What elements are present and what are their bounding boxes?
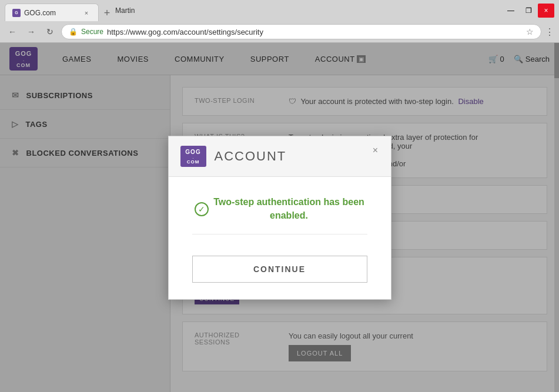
- modal-logo: GOG . COM: [180, 146, 206, 167]
- browser-tab[interactable]: G GOG.com ×: [5, 4, 99, 21]
- address-input[interactable]: 🔒 Secure https://www.gog.com/account/set…: [61, 24, 541, 39]
- gog-site: GOG . COM GAMES MOVIES COMMUNITY SUPPORT…: [0, 43, 559, 392]
- modal-logo-bottom: COM: [187, 159, 200, 165]
- address-text: https://www.gog.com/account/settings/sec…: [107, 28, 523, 36]
- minimize-button[interactable]: —: [503, 4, 519, 18]
- modal-footer: CONTINUE: [169, 256, 391, 299]
- modal-overlay: GOG . COM ACCOUNT × ✓ Two-step authentic…: [0, 43, 559, 392]
- modal-logo-top: GOG: [185, 149, 200, 155]
- modal-title: ACCOUNT: [215, 149, 287, 164]
- tab-title: GOG.com: [24, 9, 78, 17]
- back-button[interactable]: ←: [5, 24, 20, 39]
- tab-close-btn[interactable]: ×: [82, 8, 91, 18]
- tab-area: G GOG.com × +: [5, 0, 115, 21]
- window-controls: — ❐ ×: [503, 4, 554, 18]
- success-row: ✓ Two-step authentication has beenenable…: [195, 196, 364, 222]
- close-button[interactable]: ×: [538, 4, 554, 18]
- modal-header: GOG . COM ACCOUNT ×: [169, 136, 391, 177]
- modal-divider: [192, 234, 367, 234]
- continue-button[interactable]: CONTINUE: [192, 256, 367, 283]
- secure-icon: 🔒: [69, 28, 78, 36]
- maximize-button[interactable]: ❐: [520, 4, 537, 18]
- tab-favicon: G: [12, 9, 21, 17]
- bookmark-icon[interactable]: ☆: [526, 27, 534, 36]
- secure-label: Secure: [81, 28, 103, 36]
- browser-chrome: G GOG.com × + Martin — ❐ × ← → ↻ 🔒 Secur…: [0, 0, 559, 43]
- modal-dialog: GOG . COM ACCOUNT × ✓ Two-step authentic…: [168, 136, 391, 300]
- title-bar: G GOG.com × + Martin — ❐ ×: [0, 0, 559, 21]
- address-bar: ← → ↻ 🔒 Secure https://www.gog.com/accou…: [0, 21, 559, 42]
- modal-close-button[interactable]: ×: [369, 143, 383, 158]
- refresh-button[interactable]: ↻: [42, 24, 58, 39]
- success-icon: ✓: [195, 202, 209, 216]
- success-message: Two-step authentication has beenenabled.: [213, 196, 364, 222]
- new-tab-button[interactable]: +: [99, 5, 115, 21]
- forward-button[interactable]: →: [24, 24, 39, 39]
- user-label: Martin: [115, 6, 135, 15]
- browser-menu-icon[interactable]: ⋮: [545, 26, 554, 38]
- modal-body: ✓ Two-step authentication has beenenable…: [169, 177, 391, 256]
